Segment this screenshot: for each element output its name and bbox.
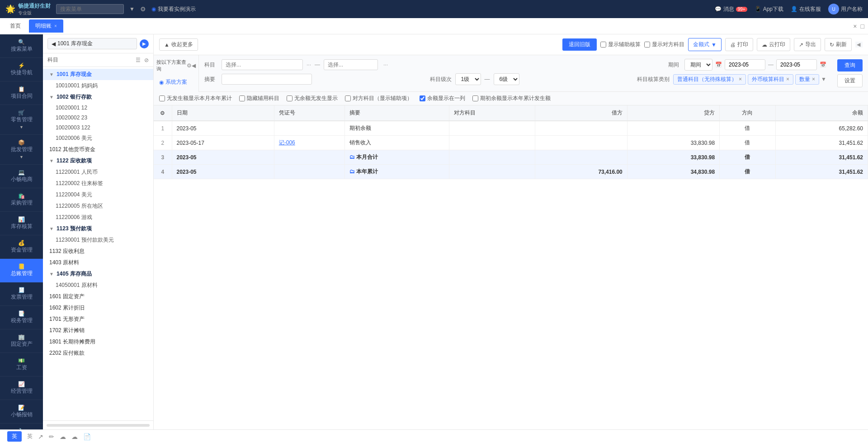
tree-node-11220005[interactable]: 11220005 所在地区 bbox=[43, 200, 153, 212]
sidebar-item-payroll[interactable]: 💵 工资 bbox=[0, 353, 43, 376]
settings-icon[interactable]: ⚙ bbox=[140, 5, 146, 13]
status-cloud2-icon[interactable]: ☁ bbox=[71, 433, 78, 440]
search-input[interactable] bbox=[56, 4, 124, 14]
demo-button[interactable]: ◉ 我要看实例演示 bbox=[151, 5, 196, 13]
period-from-input[interactable] bbox=[725, 59, 765, 70]
tag-quantity[interactable]: 数量 × bbox=[795, 74, 819, 85]
checkbox-opening[interactable]: 期初余额显示本年累计发生额 bbox=[472, 95, 551, 102]
tree-node-11220002[interactable]: 11220002 往来标签 bbox=[43, 178, 153, 189]
filter-icon[interactable]: ⊘ bbox=[144, 57, 149, 63]
tree-node-10020002[interactable]: 10020002 23 bbox=[43, 113, 153, 123]
dropdown-icon[interactable]: ▼ bbox=[129, 6, 135, 12]
tag-foreign[interactable]: 外币核算科目 × bbox=[748, 74, 793, 85]
tree-node-10010001[interactable]: 10010001 妈妈妈 bbox=[43, 80, 153, 91]
tree-node-1801[interactable]: 1801 长期待摊费用 bbox=[43, 336, 153, 348]
tree-node-1123[interactable]: ▼ 1123 预付款项 bbox=[43, 223, 153, 234]
tree-node-10020006[interactable]: 10020006 美元 bbox=[43, 133, 153, 144]
tree-node-1702[interactable]: 1702 累计摊销 bbox=[43, 325, 153, 336]
online-service-button[interactable]: 👤 在线客服 bbox=[791, 5, 821, 13]
right-panel-collapse[interactable]: ◀ bbox=[855, 42, 863, 48]
tag-foreign-remove[interactable]: × bbox=[786, 76, 789, 82]
print-button[interactable]: 🖨 打印 bbox=[725, 38, 753, 51]
return-old-button[interactable]: 退回旧版 bbox=[562, 38, 597, 51]
tab-detail[interactable]: 明细账 × bbox=[29, 19, 63, 33]
tree-node-1405[interactable]: ▼ 1405 库存商品 bbox=[43, 268, 153, 280]
tree-node-1122[interactable]: ▼ 1122 应收款项 bbox=[43, 155, 153, 167]
show-contra-checkbox[interactable]: 显示对方科目 bbox=[644, 41, 684, 48]
refresh-button[interactable]: ↻ 刷新 bbox=[825, 38, 852, 51]
tree-node-11230001[interactable]: 11230001 预付款款美元 bbox=[43, 234, 153, 246]
voucher-link[interactable]: 记-006 bbox=[279, 139, 295, 146]
query-settings-icon[interactable]: ⚙ bbox=[187, 62, 192, 69]
tree-node-1701[interactable]: 1701 无形资产 bbox=[43, 314, 153, 325]
setting-button[interactable]: 设置 bbox=[837, 74, 863, 87]
sidebar-item-retail[interactable]: 🛒 零售管理 ▼ bbox=[0, 105, 43, 135]
tree-node-10020003[interactable]: 10020003 122 bbox=[43, 123, 153, 133]
sidebar-item-project[interactable]: 📋 项目合同 bbox=[0, 81, 43, 105]
subject-to-input[interactable] bbox=[324, 59, 378, 70]
collect-button[interactable]: ▲ 收起更多 bbox=[159, 38, 198, 51]
tab-maximize-icon[interactable]: □ bbox=[861, 23, 864, 30]
sidebar-item-purchase[interactable]: 🛍️ 采购管理 bbox=[0, 188, 43, 212]
sidebar-item-tax[interactable]: 📑 税务管理 bbox=[0, 306, 43, 329]
level-to-select[interactable]: 6级 bbox=[494, 73, 519, 85]
period-type-select[interactable]: 期间 bbox=[684, 59, 712, 71]
tab-close-button[interactable]: × bbox=[54, 24, 57, 29]
status-cloud-icon[interactable]: ☁ bbox=[60, 433, 66, 440]
sidebar-item-finance[interactable]: 💰 资金管理 bbox=[0, 235, 43, 259]
amount-style-button[interactable]: 金额式 ▼ bbox=[688, 38, 722, 51]
user-button[interactable]: U 用户名称 bbox=[828, 4, 863, 14]
sidebar-item-quick[interactable]: ⚡ 快捷导航 bbox=[0, 58, 43, 81]
query-button[interactable]: 查询 bbox=[837, 59, 863, 71]
subject-more-icon[interactable]: ··· bbox=[307, 62, 311, 68]
tree-node-2202[interactable]: 2202 应付账款 bbox=[43, 348, 153, 359]
tag-quantity-remove[interactable]: × bbox=[812, 76, 815, 82]
query-system-plan[interactable]: ◉ 系统方案 bbox=[156, 76, 196, 88]
level-from-select[interactable]: 1级 bbox=[455, 73, 481, 85]
app-download-button[interactable]: 📱 App下载 bbox=[755, 5, 783, 13]
show-aux-checkbox[interactable]: 显示辅助核算 bbox=[600, 41, 641, 48]
query-collapse-icon[interactable]: ◀ bbox=[192, 62, 196, 69]
tab-home[interactable]: 首页 bbox=[4, 19, 27, 33]
sidebar-item-ecommerce[interactable]: 💻 小畅电商 bbox=[0, 165, 43, 188]
nav-forward-button[interactable]: ▶ bbox=[140, 39, 149, 48]
checkbox-no-balance[interactable]: 无余额无发生显示 bbox=[287, 95, 338, 102]
tree-node-1602[interactable]: 1602 累计折旧 bbox=[43, 302, 153, 314]
sidebar-item-inventory[interactable]: 📊 库存核算 bbox=[0, 212, 43, 235]
checkbox-no-occur[interactable]: 无发生额显示本月本年累计 bbox=[159, 95, 232, 102]
col-settings[interactable]: ⚙ bbox=[154, 105, 172, 121]
calendar-icon[interactable]: 📅 bbox=[715, 62, 722, 68]
summary-input[interactable] bbox=[222, 74, 312, 85]
tree-node-11220004[interactable]: 11220004 美元 bbox=[43, 189, 153, 200]
sidebar-item-operations[interactable]: 📈 经营管理 bbox=[0, 376, 43, 400]
tree-node-14050001[interactable]: 14050001 原材料 bbox=[43, 280, 153, 291]
tree-node-10020001[interactable]: 10020001 12 bbox=[43, 103, 153, 113]
tab-close-icon[interactable]: × bbox=[853, 23, 857, 30]
checkbox-one-col[interactable]: 余额显示在一列 bbox=[420, 95, 465, 102]
tree-node-1002[interactable]: ▼ 1002 银行存款 bbox=[43, 91, 153, 103]
tree-node-1403[interactable]: 1403 原材料 bbox=[43, 257, 153, 268]
tag-normal[interactable]: 普通科目（无待殊核算） × bbox=[673, 74, 746, 85]
status-doc-icon[interactable]: 📄 bbox=[83, 433, 91, 440]
sidebar-item-base[interactable]: 🔧 基础信息 bbox=[0, 424, 43, 429]
tree-node-1132[interactable]: 1132 应收利息 bbox=[43, 246, 153, 257]
list-view-icon[interactable]: ☰ bbox=[136, 57, 141, 63]
tree-node-11220006[interactable]: 11220006 游戏 bbox=[43, 212, 153, 223]
status-arrow-icon[interactable]: ↗ bbox=[38, 433, 43, 440]
period-to-input[interactable] bbox=[776, 59, 817, 70]
cloud-print-button[interactable]: ☁ 云打印 bbox=[757, 38, 790, 51]
subject-input[interactable] bbox=[222, 59, 303, 70]
language-button[interactable]: 英 bbox=[7, 431, 22, 442]
tree-node-1601[interactable]: 1601 固定资产 bbox=[43, 291, 153, 302]
left-panel-scrollbar[interactable] bbox=[43, 420, 153, 429]
checkbox-hide-aux[interactable]: 隐藏辅用科目 bbox=[239, 95, 279, 102]
tree-node-1012[interactable]: 1012 其他货币资金 bbox=[43, 144, 153, 155]
sidebar-item-search[interactable]: 🔍 搜索菜单 bbox=[0, 34, 43, 58]
sidebar-item-report[interactable]: 📝 小畅报销 bbox=[0, 400, 43, 424]
export-button[interactable]: ↗ 导出 bbox=[794, 38, 821, 51]
sidebar-item-wholesale[interactable]: 📦 批发管理 ▼ bbox=[0, 135, 43, 165]
status-edit-icon[interactable]: ✏ bbox=[49, 433, 54, 440]
checkbox-contra[interactable]: 对方科目（显示辅助项） bbox=[345, 95, 412, 102]
subject-to-more-icon[interactable]: ··· bbox=[383, 62, 388, 68]
tag-normal-remove[interactable]: × bbox=[739, 76, 742, 82]
